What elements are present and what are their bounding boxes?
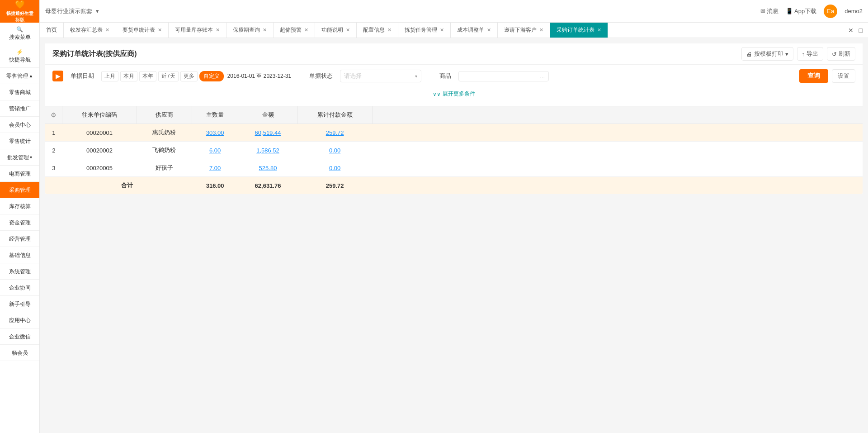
message-btn[interactable]: ✉ 消息 bbox=[760, 7, 779, 15]
tab-close-icon[interactable]: ✕ bbox=[539, 27, 543, 33]
top-bar: 母婴行业演示账套 ▾ ✉ 消息 📱 App下载 Ea demo2 bbox=[40, 0, 868, 23]
tab-label: 超储预警 bbox=[280, 26, 302, 34]
sidebar-item-label: 零售统计 bbox=[2, 138, 38, 145]
tab-close-icon[interactable]: ✕ bbox=[597, 27, 601, 33]
tab-ycyj[interactable]: 超储预警 ✕ bbox=[274, 23, 315, 38]
table-header-row: ⚙ 往来单位编码 供应商 主数量 金额 累计付款金额 bbox=[45, 106, 863, 124]
col-paid-header: 累计付款金额 bbox=[297, 106, 372, 124]
sidebar-item-wechat[interactable]: 企业微信 bbox=[0, 328, 39, 345]
filter-toggle-button[interactable]: ▶ bbox=[52, 71, 63, 81]
export-button[interactable]: ↑ 导出 bbox=[797, 47, 824, 61]
sidebar-item-newguide[interactable]: 新手引导 bbox=[0, 296, 39, 312]
date-shortcut-last-month[interactable]: 上月 bbox=[101, 71, 118, 81]
export-icon: ↑ bbox=[802, 51, 805, 57]
tab-label: 收发存汇总表 bbox=[70, 26, 103, 34]
tab-close-icon[interactable]: ✕ bbox=[216, 27, 220, 33]
sidebar-item-quick[interactable]: ⚡ 快捷导航 bbox=[0, 45, 39, 68]
sidebar-item-wholesale[interactable]: 批发管理 ▾ bbox=[0, 149, 39, 166]
sidebar-item-system[interactable]: 系统管理 bbox=[0, 263, 39, 280]
query-button[interactable]: 查询 bbox=[799, 69, 828, 83]
table-body: 1 00020001 惠氏奶粉 303.00 60,519.44 259.72 … bbox=[45, 124, 863, 177]
row-paid[interactable]: 0.00 bbox=[297, 159, 372, 177]
sidebar-item-member[interactable]: 会员中心 bbox=[0, 117, 39, 133]
sidebar-item-enterprise[interactable]: 企业协同 bbox=[0, 280, 39, 296]
sidebar-item-ecommerce[interactable]: 电商管理 bbox=[0, 166, 39, 182]
sidebar-item-retail-stat[interactable]: 零售统计 bbox=[0, 133, 39, 149]
tab-label: 拣货任务管理 bbox=[405, 26, 437, 34]
date-shortcut-7days[interactable]: 近7天 bbox=[158, 71, 179, 81]
goods-input-wrap[interactable]: ... bbox=[458, 71, 549, 81]
tab-close-icon[interactable]: ✕ bbox=[487, 27, 491, 33]
tab-sfd[interactable]: 收发存汇总表 ✕ bbox=[64, 23, 116, 38]
row-extra bbox=[372, 124, 863, 142]
tab-bxqcx[interactable]: 保质期查询 ✕ bbox=[226, 23, 274, 38]
row-code: 00020002 bbox=[62, 142, 137, 159]
chevron-icon: ▾ bbox=[30, 155, 32, 160]
print-button[interactable]: 🖨 按模板打印 ▾ bbox=[741, 47, 793, 61]
col-supplier-header: 供应商 bbox=[137, 106, 192, 124]
sidebar-item-finance[interactable]: 资金管理 bbox=[0, 214, 39, 231]
tab-close-icon[interactable]: ✕ bbox=[440, 27, 444, 33]
tab-cbtz[interactable]: 成本调整单 ✕ bbox=[451, 23, 498, 38]
settings-button[interactable]: 设置 bbox=[832, 69, 855, 83]
sidebar-item-basic[interactable]: 基础信息 bbox=[0, 247, 39, 263]
sidebar-item-inventory[interactable]: 库存核算 bbox=[0, 198, 39, 214]
tab-restore-icon[interactable]: □ bbox=[857, 25, 864, 36]
row-paid[interactable]: 0.00 bbox=[297, 142, 372, 159]
tab-home[interactable]: 首页 bbox=[40, 23, 64, 38]
row-no: 2 bbox=[45, 142, 62, 159]
expand-more-button[interactable]: ∨∨ 展开更多条件 bbox=[433, 90, 475, 98]
sidebar-item-label: 新手引导 bbox=[2, 300, 38, 308]
tab-kylkzb[interactable]: 可用量库存账本 ✕ bbox=[169, 23, 226, 38]
tab-close-icon[interactable]: ✕ bbox=[304, 27, 308, 33]
user-avatar[interactable]: Ea bbox=[824, 5, 837, 18]
refresh-button[interactable]: ↺ 刷新 bbox=[827, 47, 855, 61]
sidebar-item-operations[interactable]: 经营管理 bbox=[0, 231, 39, 247]
tab-pzxx[interactable]: 配置信息 ✕ bbox=[357, 23, 398, 38]
tab-yqxygky[interactable]: 邀请下游客户 ✕ bbox=[498, 23, 550, 38]
user-name[interactable]: demo2 bbox=[844, 8, 863, 14]
tab-phgjgl[interactable]: 拣货任务管理 ✕ bbox=[398, 23, 451, 38]
column-settings-icon[interactable]: ⚙ bbox=[51, 111, 57, 119]
tab-close-icon[interactable]: ✕ bbox=[158, 27, 162, 33]
app-download-btn[interactable]: 📱 App下载 bbox=[786, 7, 816, 15]
row-qty[interactable]: 7.00 bbox=[192, 159, 238, 177]
sidebar-item-retail-store[interactable]: 零售商城 bbox=[0, 84, 39, 100]
date-shortcut-this-month[interactable]: 本月 bbox=[120, 71, 137, 81]
row-amount[interactable]: 1,586.52 bbox=[238, 142, 297, 159]
workspace-selector[interactable]: 母婴行业演示账套 ▾ bbox=[45, 7, 99, 15]
col-settings: ⚙ bbox=[45, 106, 62, 124]
row-qty[interactable]: 6.00 bbox=[192, 142, 238, 159]
col-extra-header bbox=[372, 106, 863, 124]
sidebar-item-label: 电商管理 bbox=[2, 170, 38, 178]
tab-cgddtjb[interactable]: 采购订单统计表 ✕ bbox=[550, 23, 608, 38]
tab-label: 要货单统计表 bbox=[123, 26, 155, 34]
col-code-header: 往来单位编码 bbox=[62, 106, 137, 124]
tab-close-icon[interactable]: ✕ bbox=[105, 27, 109, 33]
row-qty[interactable]: 303.00 bbox=[192, 124, 238, 142]
row-paid[interactable]: 259.72 bbox=[297, 124, 372, 142]
sidebar-item-marketing[interactable]: 营销推广 bbox=[0, 100, 39, 117]
sidebar-item-search[interactable]: 🔍 搜索菜单 bbox=[0, 23, 39, 45]
tab-close-icon[interactable]: ✕ bbox=[387, 27, 392, 33]
status-dropdown[interactable]: 请选择 ▾ bbox=[340, 70, 421, 82]
date-shortcut-more[interactable]: 更多 bbox=[180, 71, 198, 81]
sidebar-item-retail[interactable]: 零售管理 ▲ bbox=[0, 68, 39, 84]
sidebar-item-label: 库存核算 bbox=[2, 203, 38, 210]
sidebar-item-purchase[interactable]: 采购管理 bbox=[0, 182, 39, 198]
sidebar-item-vip[interactable]: 畅会员 bbox=[0, 345, 39, 361]
row-amount[interactable]: 60,519.44 bbox=[238, 124, 297, 142]
tab-close-icon[interactable]: ✕ bbox=[263, 27, 267, 33]
content-area: 采购订单统计表(按供应商) 🖨 按模板打印 ▾ ↑ 导出 ↺ 刷新 bbox=[40, 38, 868, 433]
tab-gnms[interactable]: 功能说明 ✕ bbox=[315, 23, 357, 38]
date-shortcut-this-year[interactable]: 本年 bbox=[139, 71, 156, 81]
tab-yghtj[interactable]: 要货单统计表 ✕ bbox=[116, 23, 169, 38]
date-shortcut-custom[interactable]: 自定义 bbox=[199, 71, 224, 81]
quick-icon: ⚡ bbox=[2, 49, 38, 55]
row-amount[interactable]: 525.80 bbox=[238, 159, 297, 177]
app-logo: 🧡 畅捷通好生意 标版 bbox=[0, 0, 39, 23]
tab-close-icon[interactable]: ✕ bbox=[346, 27, 350, 33]
sidebar-item-appcenter[interactable]: 应用中心 bbox=[0, 312, 39, 328]
goods-input[interactable] bbox=[462, 73, 540, 80]
tab-close-all-icon[interactable]: ✕ bbox=[846, 25, 855, 36]
